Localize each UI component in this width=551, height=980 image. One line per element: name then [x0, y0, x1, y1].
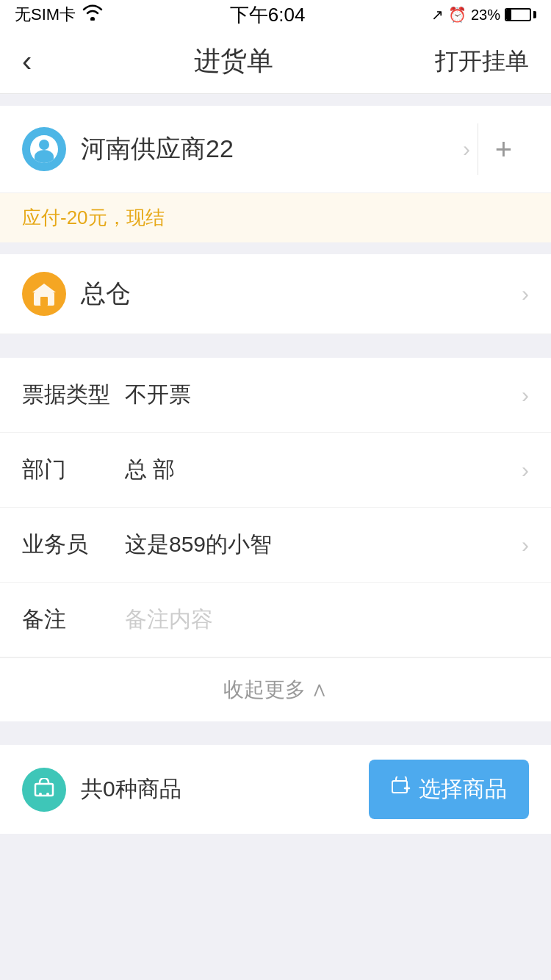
svg-marker-1 [32, 284, 56, 292]
nav-bar: ‹ 进货单 打开挂单 [0, 29, 551, 94]
status-time: 下午6:04 [230, 2, 306, 28]
salesman-row[interactable]: 业务员 这是859的小智 › [0, 508, 551, 583]
supplier-avatar [22, 127, 66, 171]
svg-rect-2 [40, 297, 48, 306]
svg-rect-3 [35, 784, 53, 796]
collapse-label: 收起更多 ∧ [223, 676, 328, 704]
svg-point-5 [46, 793, 49, 796]
supplier-name: 河南供应商22 [81, 132, 463, 166]
divider-4 [0, 721, 551, 733]
status-right: ↗ ⏰ 23% [431, 6, 536, 24]
salesman-value: 这是859的小智 [125, 530, 522, 560]
dept-label: 部门 [22, 455, 125, 485]
bottom-bar: 共0种商品 选择商品 [0, 745, 551, 834]
alarm-icon: ⏰ [448, 6, 467, 24]
select-product-label: 选择商品 [419, 774, 507, 804]
chevron-right-icon: › [463, 137, 470, 162]
battery-indicator [505, 8, 536, 21]
location-icon: ↗ [431, 6, 444, 24]
avatar-icon [30, 135, 58, 163]
product-count: 共0种商品 [81, 774, 354, 804]
divider-3 [0, 334, 551, 346]
warehouse-name: 总仓 [81, 277, 522, 311]
remark-label: 备注 [22, 605, 125, 635]
select-product-icon [391, 777, 411, 802]
warehouse-chevron-icon: › [522, 281, 529, 306]
invoice-label: 票据类型 [22, 380, 125, 410]
warehouse-icon [22, 272, 66, 316]
wifi-icon [82, 4, 104, 25]
carrier-text: 无SIM卡 [15, 4, 76, 26]
invoice-value: 不开票 [125, 380, 522, 410]
status-bar: 无SIM卡 下午6:04 ↗ ⏰ 23% [0, 0, 551, 29]
open-pending-button[interactable]: 打开挂单 [435, 46, 529, 78]
svg-point-4 [39, 793, 42, 796]
status-left: 无SIM卡 [15, 4, 104, 26]
divider-1 [0, 94, 551, 106]
form-section: 票据类型 不开票 › 部门 总 部 › 业务员 这是859的小智 › 备注 备注… [0, 358, 551, 721]
page-title: 进货单 [194, 43, 273, 79]
back-button[interactable]: ‹ [22, 45, 32, 78]
warehouse-row[interactable]: 总仓 › [0, 254, 551, 334]
divider-2 [0, 242, 551, 254]
invoice-chevron-icon: › [522, 383, 529, 408]
dept-chevron-icon: › [522, 458, 529, 483]
supplier-row[interactable]: 河南供应商22 › + [0, 106, 551, 193]
dept-value: 总 部 [125, 455, 522, 485]
dept-row[interactable]: 部门 总 部 › [0, 433, 551, 508]
cart-icon [22, 768, 66, 812]
remark-row[interactable]: 备注 备注内容 [0, 583, 551, 657]
salesman-chevron-icon: › [522, 533, 529, 558]
battery-pct: 23% [471, 7, 500, 24]
collapse-button[interactable]: 收起更多 ∧ [0, 657, 551, 721]
svg-rect-6 [392, 781, 407, 793]
balance-notice: 应付-20元，现结 [0, 193, 551, 242]
select-product-button[interactable]: 选择商品 [369, 760, 529, 819]
supplier-section: 河南供应商22 › + 应付-20元，现结 [0, 106, 551, 242]
remark-input[interactable]: 备注内容 [125, 605, 529, 635]
add-supplier-button[interactable]: + [478, 123, 529, 175]
salesman-label: 业务员 [22, 530, 125, 560]
invoice-row[interactable]: 票据类型 不开票 › [0, 358, 551, 433]
